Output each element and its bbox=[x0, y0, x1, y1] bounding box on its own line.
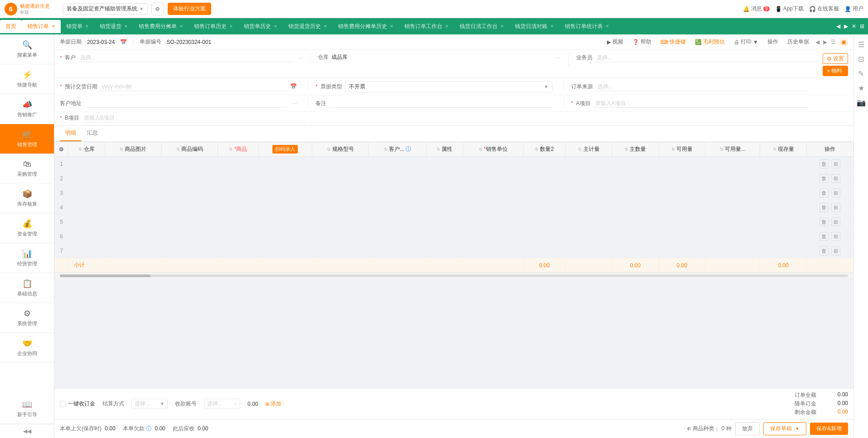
row2-sales-unit[interactable] bbox=[463, 171, 523, 186]
row1-available2[interactable] bbox=[705, 157, 760, 171]
tab-close-sales-order[interactable]: ✕ bbox=[52, 24, 55, 29]
right-panel-icon-3[interactable]: ✎ bbox=[855, 67, 868, 80]
row3-customer-info[interactable] bbox=[369, 186, 426, 200]
sidebar-item-operations[interactable]: 📊 经营管理 bbox=[0, 243, 54, 273]
toolbar-nav-prev[interactable]: ◀ bbox=[815, 39, 820, 45]
user-button[interactable]: 👤 用户 bbox=[844, 5, 863, 13]
row7-sales-unit[interactable] bbox=[463, 244, 523, 258]
row3-available[interactable] bbox=[659, 186, 705, 200]
sidebar-item-purchase[interactable]: 🛍 采购管理 bbox=[0, 154, 54, 183]
close-icon-daily-workbench[interactable]: ✕ bbox=[500, 24, 504, 29]
row6-code[interactable] bbox=[161, 229, 218, 244]
row7-spec[interactable] bbox=[312, 244, 369, 258]
row7-qty2[interactable] bbox=[523, 244, 565, 258]
close-icon-sales-expense-history[interactable]: ✕ bbox=[390, 24, 393, 29]
messages-button[interactable]: 🔔 消息 9 bbox=[743, 5, 770, 13]
row4-warehouse[interactable] bbox=[68, 200, 105, 215]
notes-input[interactable] bbox=[329, 99, 553, 108]
close-icon-sales-order-history[interactable]: ✕ bbox=[229, 24, 233, 29]
right-panel-icon-2[interactable]: ⊡ bbox=[855, 53, 868, 65]
row4-qty2[interactable] bbox=[523, 200, 565, 215]
row1-sales-unit[interactable] bbox=[463, 157, 523, 171]
row3-copy-btn[interactable]: ⊞ bbox=[831, 188, 840, 197]
tab-home[interactable]: 首页 bbox=[0, 20, 22, 33]
toolbar-grid-view[interactable]: ▣ bbox=[839, 38, 848, 46]
tab-sales-order-history[interactable]: 销售订单历史 ✕ bbox=[189, 20, 238, 33]
row2-attribute[interactable] bbox=[426, 171, 463, 186]
tab-sales-expense[interactable]: 销售费用分摊单 ✕ bbox=[133, 20, 189, 33]
row5-sales-unit[interactable] bbox=[463, 215, 523, 229]
row4-spec[interactable] bbox=[312, 200, 369, 215]
system-selector[interactable]: 装备及固定资产辅助管理系统 ▼ bbox=[63, 3, 148, 14]
row3-warehouse[interactable] bbox=[68, 186, 105, 200]
row2-stock[interactable] bbox=[760, 171, 807, 186]
row2-spec[interactable] bbox=[312, 171, 369, 186]
row4-main-qty[interactable] bbox=[612, 200, 659, 215]
close-icon-sales-expense[interactable]: ✕ bbox=[179, 24, 183, 29]
row1-stock[interactable] bbox=[760, 157, 807, 171]
payment-method-select[interactable]: 选择... ▼ bbox=[131, 399, 168, 409]
tab-daily-workbench[interactable]: 钱货日清工作台 ✕ bbox=[454, 20, 509, 33]
row7-main-unit[interactable] bbox=[566, 244, 612, 258]
right-panel-icon-4[interactable]: ★ bbox=[855, 82, 868, 94]
row2-warehouse[interactable] bbox=[68, 171, 105, 186]
nav-close-all-icon[interactable]: ✕ bbox=[850, 21, 858, 31]
row1-main-qty[interactable] bbox=[612, 157, 659, 171]
row4-attribute[interactable] bbox=[426, 200, 463, 215]
row6-attribute[interactable] bbox=[426, 229, 463, 244]
row6-available[interactable] bbox=[659, 229, 705, 244]
row3-available2[interactable] bbox=[705, 186, 760, 200]
row5-attribute[interactable] bbox=[426, 215, 463, 229]
address-dots[interactable]: ··· bbox=[292, 100, 297, 106]
industry-button[interactable]: 体验行业方案 bbox=[168, 3, 211, 15]
close-icon-sales-order-workbench[interactable]: ✕ bbox=[445, 24, 449, 29]
row5-stock[interactable] bbox=[760, 215, 807, 229]
row4-main-unit[interactable] bbox=[566, 200, 612, 215]
row5-main-unit[interactable] bbox=[566, 215, 612, 229]
row4-stock[interactable] bbox=[760, 200, 807, 215]
row5-spec[interactable] bbox=[312, 215, 369, 229]
row2-main-qty[interactable] bbox=[612, 171, 659, 186]
calendar-icon[interactable]: 📅 bbox=[120, 39, 127, 45]
col-settings-header[interactable]: ⚙ bbox=[55, 142, 68, 157]
account-select[interactable]: 选择... ··· bbox=[204, 399, 240, 409]
toolbar-nav-next[interactable]: ▶ bbox=[823, 39, 827, 45]
salesperson-input[interactable] bbox=[595, 53, 819, 62]
row6-available2[interactable] bbox=[705, 229, 760, 244]
row1-qty2[interactable] bbox=[523, 157, 565, 171]
close-icon-sales-invoice[interactable]: ✕ bbox=[85, 24, 89, 29]
warehouse-dots[interactable]: ··· bbox=[557, 54, 561, 61]
row4-copy-btn[interactable]: ⊞ bbox=[831, 203, 840, 212]
online-service-button[interactable]: 🎧 在线客服 bbox=[809, 5, 839, 13]
toolbar-list-view[interactable]: ☰ bbox=[831, 39, 836, 45]
delivery-calendar-icon[interactable]: 📅 bbox=[290, 83, 297, 90]
tab-daily-reconcile[interactable]: 钱货日清对账 ✕ bbox=[509, 20, 559, 33]
right-panel-icon-1[interactable]: ☰ bbox=[855, 38, 868, 51]
row5-code[interactable] bbox=[161, 215, 218, 229]
row3-qty2[interactable] bbox=[523, 186, 565, 200]
row3-stock[interactable] bbox=[760, 186, 807, 200]
sidebar-item-basicinfo[interactable]: 📋 基础信息 bbox=[0, 273, 54, 303]
sidebar-collapse-btn[interactable]: ◀◀ bbox=[0, 424, 54, 438]
row2-available2[interactable] bbox=[705, 171, 760, 186]
delivery-date-input[interactable] bbox=[100, 82, 287, 91]
row7-available2[interactable] bbox=[705, 244, 760, 258]
add-material-button[interactable]: + 物料 bbox=[823, 66, 848, 76]
sidebar-item-system[interactable]: ⚙ 系统管理 bbox=[0, 303, 54, 333]
row2-available[interactable] bbox=[659, 171, 705, 186]
sidebar-item-cooperation[interactable]: 🤝 企业协同 bbox=[0, 333, 54, 363]
sidebar-item-search[interactable]: 🔍 搜索菜单 bbox=[0, 34, 54, 64]
row7-product[interactable] bbox=[218, 244, 258, 258]
info-icon2[interactable]: ⓘ bbox=[146, 425, 151, 432]
customer-address-input[interactable] bbox=[84, 99, 288, 108]
sidebar-item-guide[interactable]: 📖 新手引导 bbox=[0, 394, 54, 424]
row1-copy-btn[interactable]: ⊞ bbox=[831, 159, 840, 168]
row4-product[interactable] bbox=[218, 200, 258, 215]
view-video-btn[interactable]: ▶ 视频 bbox=[604, 37, 626, 47]
row6-spec[interactable] bbox=[312, 229, 369, 244]
nav-prev-icon[interactable]: ◀ bbox=[834, 21, 842, 31]
row5-copy-btn[interactable]: ⊞ bbox=[831, 217, 840, 226]
tab-sales-invoice-history[interactable]: 销货单历史 ✕ bbox=[238, 20, 283, 33]
save-draft-dropdown-icon[interactable]: ▼ bbox=[795, 426, 800, 431]
row2-main-unit[interactable] bbox=[566, 171, 612, 186]
